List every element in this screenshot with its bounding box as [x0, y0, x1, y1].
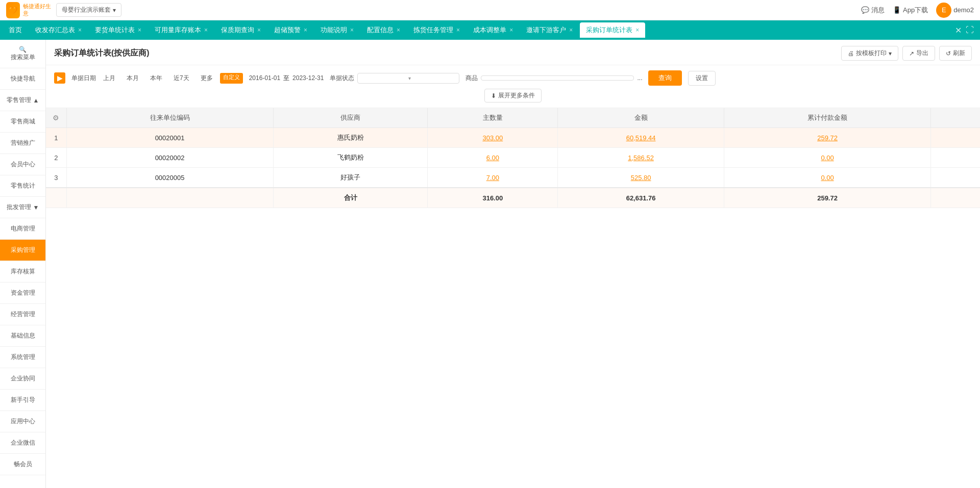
sidebar-item-quicknav[interactable]: 快捷导航: [0, 68, 45, 90]
goods-input[interactable]: [481, 75, 634, 81]
row-paid[interactable]: 259.72: [724, 128, 931, 148]
tab-yaohuo[interactable]: 要货单统计表 ×: [89, 22, 148, 38]
workspace-selector[interactable]: 母婴行业演示账套 ▾: [56, 3, 121, 17]
tab-caigou-active[interactable]: 采购订单统计表 ×: [580, 22, 645, 38]
status-select[interactable]: ▾: [357, 73, 459, 84]
row-amount[interactable]: 525.80: [558, 168, 724, 188]
close-icon[interactable]: ×: [397, 27, 400, 34]
row-paid[interactable]: 0.00: [724, 168, 931, 188]
close-active-icon[interactable]: ×: [635, 27, 639, 34]
sidebar-finance-label: 资金管理: [11, 289, 35, 296]
filter-row-1: ▶ 单据日期 上月 本月 本年 近7天 更多 自定义: [54, 70, 972, 86]
refresh-button[interactable]: ↺ 刷新: [939, 46, 972, 61]
shortcut-7days[interactable]: 近7天: [169, 73, 193, 84]
custom-date-tag[interactable]: 自定义: [220, 73, 243, 84]
row-paid[interactable]: 0.00: [724, 148, 931, 168]
app-download-icon: 📱: [893, 6, 901, 14]
maximize-btn[interactable]: ⛶: [966, 25, 974, 35]
date-to[interactable]: 2023-12-31: [292, 74, 324, 82]
sidebar-item-purchase[interactable]: 采购管理: [0, 240, 45, 261]
tab-home-label: 首页: [9, 25, 22, 35]
th-paid: 累计付款金额: [724, 108, 931, 128]
close-icon[interactable]: ×: [350, 27, 354, 34]
print-button[interactable]: 🖨 按模板打印 ▾: [841, 46, 898, 61]
sidebar-item-member2[interactable]: 畅会员: [0, 454, 45, 475]
expand-btn-label: 展开更多条件: [498, 91, 535, 100]
close-icon[interactable]: ×: [304, 27, 307, 34]
footer-paid: 259.72: [724, 188, 931, 208]
row-index: 1: [46, 128, 66, 148]
close-icon[interactable]: ×: [138, 27, 141, 34]
sidebar-item-retail-mgmt[interactable]: 零售管理 ▲: [0, 90, 45, 111]
tab-home[interactable]: 首页: [3, 22, 28, 38]
export-icon: ↗: [909, 50, 914, 57]
sidebar-item-search[interactable]: 🔍 搜索菜单: [0, 40, 45, 68]
tab-chengben[interactable]: 成本调整单 ×: [467, 22, 519, 38]
sidebar-item-guide[interactable]: 新手引导: [0, 390, 45, 411]
shortcut-this-year[interactable]: 本年: [146, 73, 166, 84]
sidebar-item-wechat[interactable]: 企业微信: [0, 432, 45, 454]
sidebar-item-member[interactable]: 会员中心: [0, 154, 45, 175]
tab-shoufa[interactable]: 收发存汇总表 ×: [29, 22, 88, 38]
close-icon[interactable]: ×: [257, 27, 261, 34]
table-row[interactable]: 3 00020005 好孩子 7.00 525.80 0.00: [46, 168, 980, 188]
row-amount[interactable]: 60,519.44: [558, 128, 724, 148]
tab-keyongliang[interactable]: 可用量库存账本 ×: [149, 22, 214, 38]
status-filter-label: 单据状态: [330, 74, 354, 83]
chevron-down-icon: ▼: [33, 204, 39, 211]
sidebar-item-enterprise[interactable]: 企业协同: [0, 368, 45, 390]
row-quantity[interactable]: 6.00: [428, 148, 558, 168]
more-options-btn[interactable]: ...: [637, 74, 642, 82]
message-btn[interactable]: 💬 消息: [861, 6, 885, 15]
shortcut-last-month[interactable]: 上月: [99, 73, 119, 84]
close-icon[interactable]: ×: [456, 27, 460, 34]
row-quantity[interactable]: 7.00: [428, 168, 558, 188]
expand-conditions-btn[interactable]: ⬇ 展开更多条件: [484, 89, 542, 102]
row-index: 2: [46, 148, 66, 168]
sidebar-inventory-label: 库存核算: [11, 268, 35, 275]
export-button[interactable]: ↗ 导出: [902, 46, 935, 61]
close-icon[interactable]: ×: [569, 27, 573, 34]
sidebar-item-finance[interactable]: 资金管理: [0, 282, 45, 304]
filter-toggle-btn[interactable]: ▶: [54, 72, 65, 84]
tab-gongneng[interactable]: 功能说明 ×: [314, 22, 360, 38]
tab-yaoqing[interactable]: 邀请下游客户 ×: [520, 22, 579, 38]
sidebar-retail-shop-label: 零售商城: [11, 118, 35, 125]
shortcut-more[interactable]: 更多: [197, 73, 217, 84]
close-icon[interactable]: ×: [509, 27, 513, 34]
sidebar-item-app-center[interactable]: 应用中心: [0, 411, 45, 432]
th-settings: ⚙: [46, 108, 66, 128]
tab-yaoqing-label: 邀请下游客户: [526, 25, 566, 35]
sidebar-retail-stats-label: 零售统计: [11, 182, 35, 189]
settings-button[interactable]: 设置: [688, 71, 716, 86]
sidebar-item-retail-stats[interactable]: 零售统计: [0, 175, 45, 197]
row-amount[interactable]: 1,586.52: [558, 148, 724, 168]
sidebar-item-inventory[interactable]: 库存核算: [0, 261, 45, 282]
sidebar-item-basic-info[interactable]: 基础信息: [0, 325, 45, 347]
search-button[interactable]: 查询: [648, 70, 682, 86]
app-download-btn[interactable]: 📱 App下载: [893, 6, 928, 15]
sidebar-item-wholesale[interactable]: 批发管理 ▼: [0, 197, 45, 218]
table-row[interactable]: 1 00020001 惠氏奶粉 303.00 60,519.44 259.72: [46, 128, 980, 148]
date-from[interactable]: 2016-01-01: [249, 74, 280, 82]
tab-baozhi[interactable]: 保质期查询 ×: [215, 22, 267, 38]
tab-chaochuyujing[interactable]: 超储预警 ×: [268, 22, 313, 38]
user-profile[interactable]: E demo2: [936, 3, 974, 18]
sidebar-marketing-label: 营销推广: [11, 139, 35, 146]
sidebar-item-ecommerce[interactable]: 电商管理: [0, 218, 45, 240]
shortcut-this-month[interactable]: 本月: [122, 73, 143, 84]
workspace-arrow: ▾: [113, 7, 116, 14]
sidebar-item-marketing[interactable]: 营销推广: [0, 133, 45, 154]
tab-peizhi[interactable]: 配置信息 ×: [361, 22, 406, 38]
sidebar-item-retail-shop[interactable]: 零售商城: [0, 111, 45, 133]
sidebar-item-operations[interactable]: 经营管理: [0, 304, 45, 325]
close-icon[interactable]: ×: [204, 27, 208, 34]
table-row[interactable]: 2 00020002 飞鹤奶粉 6.00 1,586.52 0.00: [46, 148, 980, 168]
column-settings-icon[interactable]: ⚙: [53, 114, 59, 122]
tab-jianhuo[interactable]: 拣货任务管理 ×: [407, 22, 466, 38]
close-icon[interactable]: ×: [78, 27, 82, 34]
sidebar-item-system[interactable]: 系统管理: [0, 347, 45, 368]
close-window-btn[interactable]: ✕: [955, 25, 962, 35]
row-quantity[interactable]: 303.00: [428, 128, 558, 148]
content-area: 采购订单统计表(按供应商) 🖨 按模板打印 ▾ ↗ 导出 ↺ 刷新: [46, 40, 980, 488]
